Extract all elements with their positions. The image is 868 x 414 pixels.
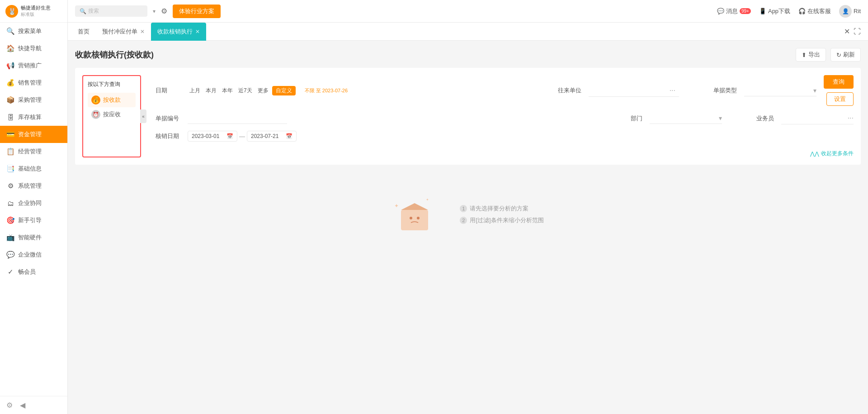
sidebar-item-member[interactable]: ✓ 畅会员 bbox=[0, 263, 67, 281]
sidebar-item-system[interactable]: ⚙ 系统管理 bbox=[0, 177, 67, 195]
filter-right-panel: 日期 上月 本月 本年 近7天 更多 自定义 不限 至 2023-07-26 往… bbox=[146, 75, 854, 157]
topbar-search[interactable]: 🔍 搜索 bbox=[75, 5, 147, 17]
sidebar-item-inventory[interactable]: 🗄 库存核算 bbox=[0, 109, 67, 126]
settings-bottom-icon[interactable]: ⚙ bbox=[6, 401, 13, 409]
online-service-item[interactable]: 🎧 在线客服 bbox=[798, 7, 831, 15]
topbar-right: 💬 消息 99+ 📱 App下载 🎧 在线客服 👤 Rit bbox=[717, 5, 861, 18]
close-all-tabs-icon[interactable]: ✕ bbox=[844, 27, 850, 36]
empty-hint-1: 1 请先选择要分析的方案 bbox=[460, 205, 543, 213]
left-collapse-icon: « bbox=[142, 114, 145, 119]
sidebar-item-hardware[interactable]: 📺 智能硬件 bbox=[0, 229, 67, 246]
collapse-sidebar-icon[interactable]: ◀ bbox=[20, 401, 25, 409]
solution-button[interactable]: 体验行业方案 bbox=[173, 5, 221, 18]
sidebar-item-guide[interactable]: 🎯 新手引导 bbox=[0, 212, 67, 229]
message-label: 消息 bbox=[726, 7, 738, 15]
app-download-icon: 📱 bbox=[759, 8, 766, 14]
tab-home[interactable]: 首页 bbox=[71, 23, 96, 41]
partner-input[interactable]: ··· bbox=[589, 85, 679, 97]
date-btn-more[interactable]: 更多 bbox=[256, 86, 270, 95]
svg-point-2 bbox=[410, 217, 412, 219]
date-quick-options: 上月 本月 本年 近7天 更多 自定义 bbox=[188, 86, 296, 95]
hardware-icon: 📺 bbox=[6, 233, 14, 242]
message-item[interactable]: 💬 消息 99+ bbox=[717, 7, 751, 15]
wechat-icon: 💬 bbox=[6, 251, 14, 259]
date-btn-this-month[interactable]: 本月 bbox=[204, 86, 218, 95]
close-tab-prepay[interactable]: ✕ bbox=[140, 29, 145, 35]
topbar-chevron-icon[interactable]: ▾ bbox=[153, 8, 156, 14]
expand-icon[interactable]: ⛶ bbox=[854, 28, 861, 36]
sidebar: 🐰 畅捷通好生意 标准版 🔍 搜索菜单 🏠 快捷导航 📢 营销推广 💰 销售管理… bbox=[0, 0, 68, 414]
app-download-item[interactable]: 📱 App下载 bbox=[759, 7, 790, 15]
main-area: 🔍 搜索 ▾ ⚙ 体验行业方案 💬 消息 99+ 📱 App下载 🎧 在线客服 … bbox=[68, 0, 868, 414]
page-header-actions: ⬆ 导出 ↻ 刷新 bbox=[796, 48, 861, 62]
verify-date-range: 2023-03-01 📅 — 2023-07-21 📅 bbox=[188, 131, 297, 142]
date-range-separator: — bbox=[239, 133, 245, 140]
date-unlimited-label: 不限 至 2023-07-26 bbox=[305, 87, 348, 94]
guide-icon: 🎯 bbox=[6, 216, 14, 224]
username-label: Rit bbox=[854, 8, 861, 14]
verify-date-end-input[interactable]: 2023-07-21 📅 bbox=[247, 131, 297, 142]
filter-option-by-receipt[interactable]: 💰 按收款 bbox=[88, 93, 136, 107]
home-icon: 🏠 bbox=[6, 44, 14, 52]
doc-no-input[interactable] bbox=[188, 113, 287, 124]
basic-info-icon: 📑 bbox=[6, 165, 14, 173]
filter-actions: 查询 设置 bbox=[824, 75, 854, 106]
doc-no-label: 单据编号 bbox=[156, 114, 180, 123]
export-icon: ⬆ bbox=[802, 52, 807, 58]
query-button[interactable]: 查询 bbox=[824, 75, 854, 89]
svg-rect-0 bbox=[401, 210, 428, 230]
verify-date-start-input[interactable]: 2023-03-01 📅 bbox=[188, 131, 237, 142]
partner-label: 往来单位 bbox=[558, 86, 581, 95]
avatar: 👤 bbox=[839, 5, 852, 18]
refresh-button[interactable]: ↻ 刷新 bbox=[830, 48, 861, 62]
system-icon: ⚙ bbox=[6, 182, 14, 190]
empty-hint-2: 2 用[过滤]条件来缩小分析范围 bbox=[460, 216, 543, 224]
logo-icon: 🐰 bbox=[5, 5, 18, 18]
dept-select[interactable]: ▾ bbox=[650, 113, 722, 124]
topbar-search-icon: 🔍 bbox=[80, 8, 86, 14]
close-tab-receivable[interactable]: ✕ bbox=[195, 29, 200, 35]
date-btn-7days[interactable]: 近7天 bbox=[236, 86, 254, 95]
left-panel-collapse-btn[interactable]: « bbox=[140, 109, 146, 123]
sidebar-item-sales[interactable]: 💰 销售管理 bbox=[0, 74, 67, 91]
export-button[interactable]: ⬆ 导出 bbox=[796, 48, 826, 62]
sidebar-item-operation[interactable]: 📋 经营管理 bbox=[0, 143, 67, 160]
marketing-icon: 📢 bbox=[6, 62, 14, 70]
sidebar-item-wechat[interactable]: 💬 企业微信 bbox=[0, 246, 67, 263]
sidebar-logo: 🐰 畅捷通好生意 标准版 bbox=[0, 0, 67, 23]
empty-state: ✦ ✦ 1 请先选择要分析的方案 2 用[过滤]条件来缩小分析范围 bbox=[75, 165, 861, 264]
sidebar-item-quick-nav[interactable]: 🏠 快捷导航 bbox=[0, 40, 67, 57]
filter-option-by-receivable[interactable]: ⏰ 按应收 bbox=[88, 107, 136, 122]
sidebar-item-cooperation[interactable]: 🗂 企业协同 bbox=[0, 195, 67, 212]
filter-row-3: 核销日期 2023-03-01 📅 — 2023-07-21 📅 bbox=[156, 131, 854, 142]
collapse-more-btn[interactable]: ⋀⋀ 收起更多条件 bbox=[810, 150, 854, 157]
doc-type-select[interactable]: ▾ bbox=[744, 85, 816, 96]
date-btn-last-month[interactable]: 上月 bbox=[188, 86, 202, 95]
user-profile[interactable]: 👤 Rit bbox=[839, 5, 861, 18]
inventory-icon: 🗄 bbox=[6, 113, 14, 121]
topbar: 🔍 搜索 ▾ ⚙ 体验行业方案 💬 消息 99+ 📱 App下载 🎧 在线客服 … bbox=[68, 0, 868, 23]
topbar-gear-icon[interactable]: ⚙ bbox=[161, 7, 167, 15]
staff-select[interactable]: ··· bbox=[781, 112, 854, 124]
message-icon: 💬 bbox=[717, 8, 724, 14]
date-label: 日期 bbox=[156, 86, 180, 95]
sidebar-item-search[interactable]: 🔍 搜索菜单 bbox=[0, 23, 67, 40]
sidebar-item-purchase[interactable]: 📦 采购管理 bbox=[0, 91, 67, 109]
purchase-icon: 📦 bbox=[6, 96, 14, 104]
empty-illustration: ✦ ✦ bbox=[392, 192, 437, 237]
sidebar-item-basic-info[interactable]: 📑 基础信息 bbox=[0, 160, 67, 177]
empty-text-group: 1 请先选择要分析的方案 2 用[过滤]条件来缩小分析范围 bbox=[460, 205, 543, 224]
date-btn-this-year[interactable]: 本年 bbox=[220, 86, 235, 95]
settings-button[interactable]: 设置 bbox=[826, 92, 854, 106]
sidebar-item-marketing[interactable]: 📢 营销推广 bbox=[0, 57, 67, 74]
tabbar: 首页 预付冲应付单 ✕ 收款核销执行 ✕ ✕ ⛶ bbox=[68, 23, 868, 41]
online-service-label: 在线客服 bbox=[807, 7, 831, 15]
date-btn-custom[interactable]: 自定义 bbox=[272, 86, 296, 95]
sales-icon: 💰 bbox=[6, 79, 14, 87]
sidebar-item-capital[interactable]: 💳 资金管理 bbox=[0, 126, 67, 143]
app-download-label: App下载 bbox=[768, 7, 790, 15]
partner-more-icon[interactable]: ··· bbox=[670, 86, 675, 95]
filter-panel-title: 按以下方查询 bbox=[88, 81, 136, 88]
tab-prepay[interactable]: 预付冲应付单 ✕ bbox=[96, 23, 151, 41]
tab-receivable-cancel[interactable]: 收款核销执行 ✕ bbox=[151, 23, 206, 41]
